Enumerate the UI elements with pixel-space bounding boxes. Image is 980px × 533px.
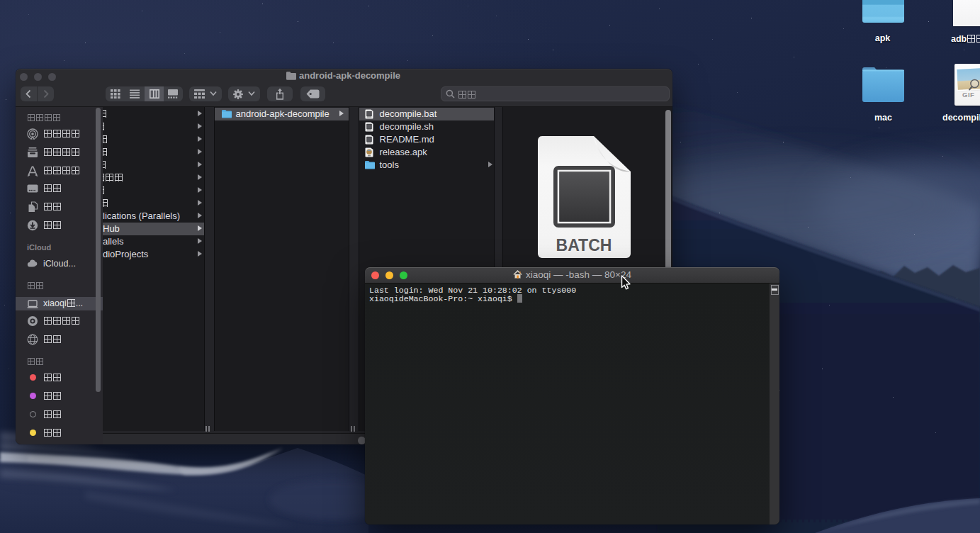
svg-text:BATCH: BATCH	[556, 236, 612, 254]
